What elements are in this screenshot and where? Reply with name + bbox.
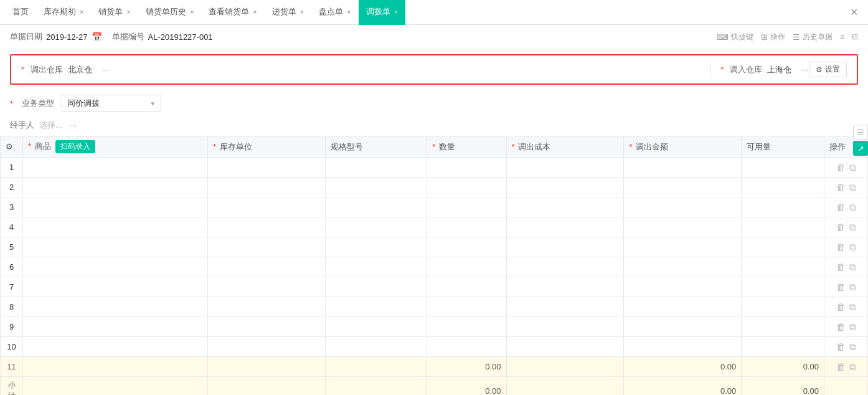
tab-inventory-init[interactable]: 库存期初 × — [36, 0, 91, 25]
delete-icon[interactable]: 🗑 — [836, 282, 846, 292]
tab-view-sales[interactable]: 查看销货单 × — [201, 0, 264, 25]
in-warehouse-more[interactable]: ··· — [801, 65, 809, 75]
delete-icon[interactable]: 🗑 — [836, 302, 846, 312]
tab-sales-order-close[interactable]: × — [126, 8, 130, 16]
cell-qty[interactable] — [427, 198, 506, 217]
cell-qty[interactable] — [427, 317, 506, 337]
biz-type-select[interactable]: 同价调拨 ▼ — [62, 95, 161, 112]
copy-icon[interactable]: ⧉ — [849, 302, 856, 313]
tab-home[interactable]: 首页 — [5, 0, 36, 25]
cell-amount[interactable] — [624, 217, 742, 237]
cell-cost[interactable] — [506, 337, 624, 357]
cell-amount[interactable] — [624, 277, 742, 297]
cell-qty[interactable] — [427, 217, 506, 237]
cell-amount[interactable] — [624, 198, 742, 217]
tab-sales-history[interactable]: 销货单历史 × — [138, 0, 201, 25]
tab-transfer-order-close[interactable]: × — [394, 8, 398, 16]
date-value[interactable]: 2019-12-27 — [46, 32, 88, 42]
cell-product[interactable] — [23, 237, 208, 257]
tab-purchase-order-close[interactable]: × — [300, 8, 304, 16]
cell-qty[interactable] — [427, 277, 506, 297]
cell-product[interactable] — [23, 337, 208, 357]
tab-view-sales-close[interactable]: × — [253, 8, 257, 16]
copy-icon[interactable]: ⧉ — [849, 282, 856, 293]
delete-icon[interactable]: 🗑 — [836, 202, 846, 212]
copy-icon[interactable]: ⧉ — [849, 222, 856, 233]
cell-qty[interactable] — [427, 178, 506, 198]
copy-icon[interactable]: ⧉ — [849, 262, 856, 273]
tab-purchase-order[interactable]: 进货单 × — [265, 0, 311, 25]
copy-icon[interactable]: ⧉ — [849, 361, 856, 373]
tab-sales-history-close[interactable]: × — [190, 8, 194, 16]
cell-cost[interactable] — [506, 257, 624, 277]
cell-amount[interactable] — [624, 317, 742, 337]
out-warehouse-more[interactable]: ··· — [102, 65, 110, 75]
delete-icon[interactable]: 🗑 — [836, 341, 846, 352]
delete-icon[interactable]: 🗑 — [836, 321, 846, 332]
cell-qty[interactable] — [427, 237, 506, 257]
delete-icon[interactable]: 🗑 — [836, 242, 846, 252]
copy-icon[interactable]: ⧉ — [849, 341, 856, 353]
person-label: 经手人 — [10, 120, 34, 131]
delete-icon[interactable]: 🗑 — [836, 262, 846, 272]
cell-cost[interactable] — [506, 178, 624, 198]
delete-icon[interactable]: 🗑 — [836, 182, 846, 193]
cell-amount[interactable] — [624, 337, 742, 357]
cell-cost[interactable] — [506, 198, 624, 217]
layout-btn2[interactable]: ⊟ — [852, 32, 858, 41]
cell-amount[interactable] — [624, 297, 742, 317]
cell-product[interactable] — [23, 277, 208, 297]
in-warehouse-value[interactable]: 上海仓 — [767, 64, 791, 75]
out-warehouse-value[interactable]: 北京仓 — [68, 64, 92, 75]
tab-sales-order[interactable]: 销货单 × — [91, 0, 138, 25]
cell-cost[interactable] — [506, 217, 624, 237]
tab-inventory-count-close[interactable]: × — [347, 8, 351, 16]
cell-amount[interactable] — [624, 178, 742, 198]
cell-cost[interactable] — [506, 237, 624, 257]
scan-button[interactable]: 扫码录入 — [55, 140, 95, 153]
sidebar-expand-icon-btn[interactable]: ↗ — [853, 141, 868, 156]
delete-icon[interactable]: 🗑 — [836, 361, 846, 372]
cell-product[interactable] — [23, 297, 208, 317]
cell-cost[interactable] — [506, 297, 624, 317]
copy-icon[interactable]: ⧉ — [849, 182, 856, 193]
cell-qty[interactable] — [427, 257, 506, 277]
calendar-icon[interactable]: 📅 — [92, 32, 102, 42]
tab-inventory-count[interactable]: 盘点单 × — [311, 0, 358, 25]
cell-product[interactable] — [23, 158, 208, 178]
cell-product[interactable] — [23, 217, 208, 237]
settings-button[interactable]: ⚙ 设置 — [809, 62, 847, 77]
tab-transfer-order[interactable]: 调拨单 × — [359, 0, 405, 25]
cell-available — [742, 158, 824, 178]
copy-icon[interactable]: ⧉ — [849, 162, 856, 173]
cell-product[interactable] — [23, 317, 208, 337]
cell-cost[interactable] — [506, 158, 624, 178]
delete-icon[interactable]: 🗑 — [836, 222, 846, 232]
copy-icon[interactable]: ⧉ — [849, 321, 856, 333]
person-more-btn[interactable]: ··· — [70, 120, 77, 130]
delete-icon[interactable]: 🗑 — [836, 162, 846, 173]
copy-icon[interactable]: ⧉ — [849, 242, 856, 253]
operations-btn[interactable]: ⊞ 操作 — [761, 32, 785, 42]
cell-amount[interactable] — [624, 237, 742, 257]
history-btn[interactable]: ☰ 历史单据 — [793, 32, 833, 42]
cell-qty[interactable] — [427, 158, 506, 178]
copy-icon[interactable]: ⧉ — [849, 202, 856, 213]
cell-op: 🗑 ⧉ — [824, 317, 868, 337]
layout-btn1[interactable]: ≡ — [840, 32, 844, 41]
cell-product[interactable] — [23, 198, 208, 217]
tab-bar-close-btn[interactable]: ✕ — [845, 6, 863, 18]
tab-inventory-init-close[interactable]: × — [80, 8, 83, 16]
th-settings[interactable]: ⚙ — [1, 136, 23, 158]
cell-product[interactable] — [23, 257, 208, 277]
cell-qty[interactable] — [427, 297, 506, 317]
shortcuts-btn[interactable]: ⌨ 快捷键 — [717, 32, 753, 42]
cell-cost[interactable] — [506, 317, 624, 337]
cell-cost[interactable] — [506, 277, 624, 297]
cell-amount[interactable] — [624, 257, 742, 277]
cell-product[interactable] — [23, 178, 208, 198]
cell-qty[interactable] — [427, 337, 506, 357]
cell-amount[interactable] — [624, 158, 742, 178]
person-select[interactable]: 选择... — [39, 120, 62, 131]
sidebar-list-icon-btn[interactable]: ☰ — [853, 125, 868, 140]
